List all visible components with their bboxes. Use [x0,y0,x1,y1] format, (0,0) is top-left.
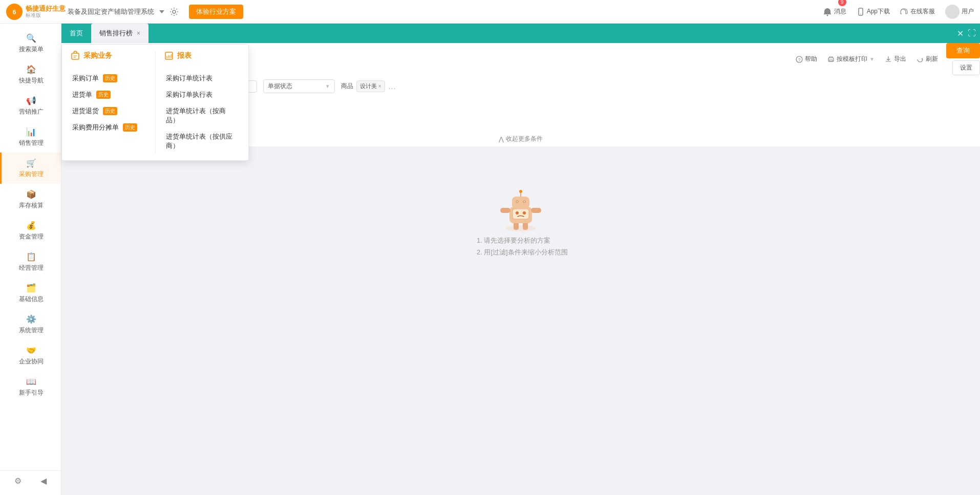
svg-text:6: 6 [13,9,16,16]
product-filter-label: 商品 [341,82,353,91]
svg-point-21 [519,190,522,193]
menu-item-purchase-expense[interactable]: 采购费用分摊单 历史 [70,119,147,136]
sidebar-item-purchase[interactable]: 🛒 采购管理 [0,153,61,184]
sidebar-item-guide-label: 新手引导 [19,389,44,397]
sidebar-item-finance-label: 资金管理 [19,232,44,241]
report-col-title: 报表 [177,51,191,60]
purchase-in-label: 进货单 [72,90,92,99]
settings-small-button[interactable]: 设置 [952,60,980,75]
print-icon [827,56,835,63]
sidebar-item-guide[interactable]: 📖 新手引导 [0,371,61,402]
tab-expand-icon[interactable]: ⛶ [968,29,976,38]
guide-icon: 📖 [26,376,36,386]
purchase-dropdown-menu: 采购业务 采购订单 历史 进货单 历史 进货退货 历史 采购费用分摊单 历史 [61,44,249,161]
export-icon [885,56,892,63]
query-button[interactable]: 查询 [946,43,980,58]
menu-item-report-inbound-by-product[interactable]: 进货单统计表（按商品） [164,103,241,128]
history-badge-0: 历史 [103,74,117,82]
trial-button[interactable]: 体验行业方案 [189,5,243,19]
sidebar-item-inventory[interactable]: 📦 库存核算 [0,184,61,215]
product-filter-area: 商品 设计美 × … [341,80,423,92]
system-dropdown-arrow-icon[interactable] [158,8,165,15]
svg-rect-9 [829,60,833,61]
system-settings-icon[interactable] [169,7,179,16]
history-badge-1: 历史 [96,91,111,99]
sidebar-item-search-label: 搜索菜单 [19,45,44,54]
voucher-status-filter[interactable]: 单据状态 ▼ [263,79,335,93]
tab-sales-rank[interactable]: 销售排行榜 × [91,24,148,43]
finance-icon: 💰 [26,220,36,230]
inventory-icon: 📦 [26,189,36,199]
sidebar-item-quick-nav-label: 快捷导航 [19,76,44,85]
sales-icon: 📊 [26,126,36,137]
sidebar-collapse-icon[interactable]: ◀ [40,476,47,486]
sidebar-bottom: ⚙ ◀ [0,470,61,491]
app-download-item[interactable]: App下载 [857,7,890,16]
sidebar-settings-icon[interactable]: ⚙ [14,476,22,486]
product-filter-more-icon[interactable]: … [388,82,397,91]
purchase-return-label: 进货退货 [72,106,99,116]
menu-item-report-inbound-by-supplier[interactable]: 进货单统计表（按供应商） [164,128,241,154]
online-service-item[interactable]: 在线客服 [900,7,935,16]
print-btn[interactable]: 按模板打印 ▼ [825,43,877,75]
svg-point-3 [826,14,828,16]
operations-icon: 📋 [26,251,36,262]
search-icon: 🔍 [26,33,36,43]
export-btn[interactable]: 导出 [883,43,908,75]
tab-close-icon[interactable]: × [137,30,140,37]
purchase-icon: 🛒 [26,158,36,168]
notification-item[interactable]: 消息 9 [823,7,846,16]
history-badge-2: 历史 [103,107,117,115]
tab-home-label: 首页 [70,29,83,38]
help-btn[interactable]: ? 帮助 [794,43,819,75]
menu-item-report-purchase-order-exec[interactable]: 采购订单执行表 [164,87,241,103]
menu-item-purchase-order[interactable]: 采购订单 历史 [70,70,147,87]
header-right: 消息 9 App下载 在线客服 用户 [823,5,974,19]
menu-item-report-purchase-order-stats[interactable]: 采购订单统计表 [164,70,241,87]
collapse-up-icon: ⋀ [499,136,504,143]
svg-point-22 [516,201,518,203]
print-chevron-icon[interactable]: ▼ [869,56,875,62]
report-item-3-label: 进货单统计表（按供应商） [166,132,239,150]
sidebar-item-marketing[interactable]: 📢 营销推广 [0,90,61,121]
purchase-col-icon [70,51,80,61]
svg-rect-16 [513,209,529,219]
product-tag-value: 设计美 [360,82,377,90]
sidebar-item-sales[interactable]: 📊 销售管理 [0,121,61,153]
svg-point-18 [523,211,526,214]
sidebar-item-operations[interactable]: 📋 经营管理 [0,246,61,277]
export-label: 导出 [894,55,906,63]
menu-item-purchase-return[interactable]: 进货退货 历史 [70,103,147,119]
user-avatar [945,5,960,19]
collapse-label: 收起更多条件 [506,135,543,143]
svg-point-17 [516,211,519,214]
sidebar-item-system-label: 系统管理 [19,326,44,335]
sidebar-item-quick-nav[interactable]: 🏠 快捷导航 [0,59,61,90]
system-icon: ⚙️ [26,314,36,324]
help-label: 帮助 [805,55,817,63]
tab-bar: 首页 销售排行榜 × ✕ ⛶ [61,24,980,43]
purchase-col-header: 采购业务 [70,51,147,64]
report-item-0-label: 采购订单统计表 [166,74,212,83]
sidebar-item-cooperation[interactable]: 🤝 企业协同 [0,340,61,371]
user-item[interactable]: 用户 [945,5,974,19]
logo-area: 6 畅捷通好生意 标准版 [6,4,68,20]
tab-close-all-icon[interactable]: ✕ [957,29,964,38]
sidebar-item-search[interactable]: 🔍 搜索菜单 [0,28,61,59]
sidebar-item-system[interactable]: ⚙️ 系统管理 [0,309,61,340]
svg-point-5 [860,13,861,14]
sidebar-item-finance[interactable]: 💰 资金管理 [0,215,61,246]
top-header: 6 畅捷通好生意 标准版 装备及固定资产辅助管理系统 体验行业方案 消息 9 [0,0,980,24]
tab-home[interactable]: 首页 [61,24,91,43]
sidebar-item-purchase-label: 采购管理 [19,170,44,179]
svg-rect-15 [531,208,541,213]
svg-rect-19 [512,197,529,209]
refresh-btn[interactable]: 刷新 [914,43,940,75]
product-tag-remove-icon[interactable]: × [378,83,381,89]
svg-point-23 [523,201,525,203]
sidebar-item-basic-info[interactable]: 🗂️ 基础信息 [0,277,61,309]
svg-point-2 [173,10,176,13]
voucher-status-label: 单据状态 [268,82,292,91]
empty-hint-2: 用[过滤]条件来缩小分析范围 [484,246,567,258]
menu-item-purchase-in[interactable]: 进货单 历史 [70,87,147,103]
